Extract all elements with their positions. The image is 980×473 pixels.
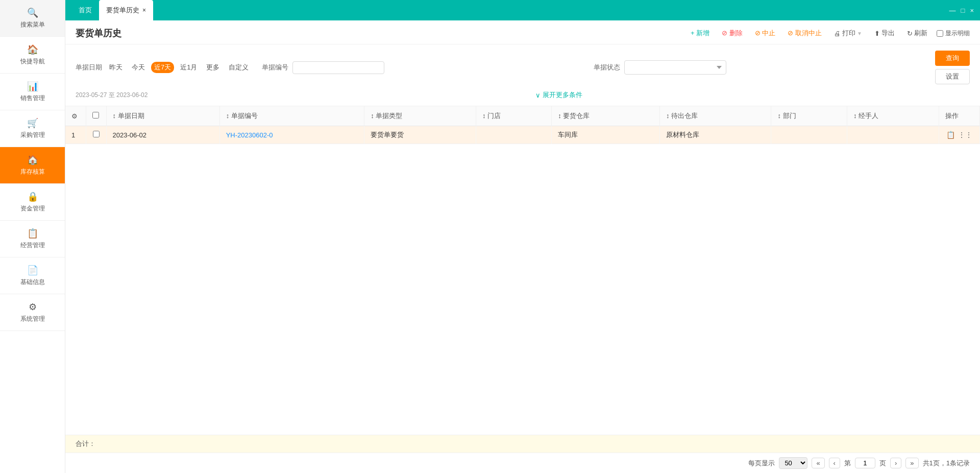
- sidebar-item-search-menu[interactable]: 🔍 搜索菜单: [0, 0, 65, 37]
- cell-checkbox[interactable]: [86, 126, 106, 144]
- shortcut-more[interactable]: 更多: [203, 62, 223, 73]
- filter-actions: 查询 设置: [935, 51, 970, 84]
- page-header: 要货单历史 + 新增 ⊘ 删除 ⊘ 中止 ⊘ 取消中止 🖨 🖨 打印 打印 ▼ …: [65, 20, 980, 44]
- shortcut-today[interactable]: 今天: [129, 62, 148, 73]
- shortcut-7days[interactable]: 近7天: [151, 62, 174, 73]
- sidebar-item-sales-mgmt[interactable]: 📊 销售管理: [0, 74, 65, 110]
- page-number-input[interactable]: [855, 458, 875, 468]
- print-dropdown-icon[interactable]: ▼: [857, 31, 862, 36]
- th-handler[interactable]: ↕ 经手人: [847, 106, 939, 126]
- th-req-warehouse[interactable]: ↕ 要货仓库: [552, 106, 660, 126]
- summary-label: 合计：: [76, 439, 95, 448]
- tab-active[interactable]: 要货单历史 ×: [99, 0, 153, 20]
- page-title: 要货单历史: [76, 27, 121, 39]
- page-prefix-label: 第: [844, 459, 851, 468]
- sidebar-item-ops-mgmt[interactable]: 📋 经营管理: [0, 221, 65, 257]
- page-content: 要货单历史 + 新增 ⊘ 删除 ⊘ 中止 ⊘ 取消中止 🖨 🖨 打印 打印 ▼ …: [65, 20, 980, 473]
- sidebar-item-label: 采购管理: [20, 131, 45, 139]
- table-body: 1 2023-06-02 YH-20230602-0 要货单要货 车间库 原材料…: [65, 126, 980, 144]
- new-button[interactable]: + 新增: [688, 27, 713, 40]
- tab-close-icon[interactable]: ×: [142, 7, 146, 14]
- doc-no-label: 单据编号: [262, 63, 288, 72]
- query-button[interactable]: 查询: [935, 51, 970, 66]
- th-doc-no-label: ↕ 单据编号: [226, 112, 258, 120]
- date-shortcuts: 昨天 今天 近7天 近1月 更多 自定义: [106, 62, 252, 73]
- sidebar-item-purchase-mgmt[interactable]: 🛒 采购管理: [0, 110, 65, 147]
- per-page-select[interactable]: 50 10 20 100: [779, 457, 807, 469]
- sidebar-item-sys-mgmt[interactable]: ⚙ 系统管理: [0, 294, 65, 331]
- table-footer: 合计：: [65, 435, 980, 453]
- table-area: ⚙ ↕ 单据日期 ↕ 单据编号 ↕ 单据类型 ↕ 门店: [65, 106, 980, 435]
- stop-button[interactable]: ⊘ 中止: [752, 27, 779, 40]
- refresh-icon: ↻: [907, 30, 913, 37]
- setting-button[interactable]: 设置: [935, 69, 970, 84]
- th-dept[interactable]: ↕ 部门: [771, 106, 847, 126]
- print-icon: 🖨: [834, 30, 841, 37]
- tab-home[interactable]: 首页: [71, 0, 99, 20]
- inventory-calc-icon: 🏠: [27, 154, 38, 165]
- sidebar-item-inventory-calc[interactable]: 🏠 库存核算: [0, 147, 65, 184]
- delete-button[interactable]: ⊘ 删除: [719, 27, 746, 40]
- sidebar: 🔍 搜索菜单 🏠 快捷导航 📊 销售管理 🛒 采购管理 🏠 库存核算 🔒 资金管…: [0, 0, 65, 473]
- th-doc-type[interactable]: ↕ 单据类型: [364, 106, 476, 126]
- sidebar-item-label: 快捷导航: [20, 57, 45, 66]
- window-maximize-btn[interactable]: □: [961, 7, 965, 14]
- expand-more-btn[interactable]: ∨ 展开更多条件: [535, 88, 582, 102]
- last-page-btn[interactable]: »: [905, 458, 918, 468]
- th-date[interactable]: ↕ 单据日期: [106, 106, 219, 126]
- sidebar-item-base-info[interactable]: 📄 基础信息: [0, 257, 65, 294]
- th-settings[interactable]: ⚙: [65, 106, 86, 126]
- show-detail-checkbox[interactable]: [937, 30, 943, 37]
- purchase-mgmt-icon: 🛒: [27, 117, 38, 129]
- prev-page-btn[interactable]: ‹: [829, 458, 840, 468]
- th-handler-label: ↕ 经手人: [853, 112, 878, 120]
- sidebar-item-quick-nav[interactable]: 🏠 快捷导航: [0, 37, 65, 74]
- next-page-btn[interactable]: ›: [890, 458, 901, 468]
- cancel-stop-button[interactable]: ⊘ 取消中止: [785, 27, 825, 40]
- shortcut-yesterday[interactable]: 昨天: [106, 62, 126, 73]
- cell-num: 1: [65, 126, 86, 144]
- table-header: ⚙ ↕ 单据日期 ↕ 单据编号 ↕ 单据类型 ↕ 门店: [65, 106, 980, 126]
- shortcut-custom[interactable]: 自定义: [226, 62, 252, 73]
- doc-no-input[interactable]: [292, 61, 384, 74]
- row-checkbox[interactable]: [93, 131, 100, 137]
- total-records-label: 共1页，1条记录: [923, 459, 970, 468]
- window-minimize-btn[interactable]: —: [949, 7, 956, 14]
- th-checkbox[interactable]: [86, 106, 106, 126]
- sales-mgmt-icon: 📊: [27, 81, 38, 92]
- th-store[interactable]: ↕ 门店: [476, 106, 551, 126]
- search-menu-icon: 🔍: [27, 7, 38, 18]
- status-select[interactable]: [624, 60, 726, 75]
- refresh-button[interactable]: ↻ 刷新: [904, 27, 930, 40]
- first-page-btn[interactable]: «: [812, 458, 824, 468]
- shortcut-1month[interactable]: 近1月: [177, 62, 200, 73]
- sidebar-item-label: 资金管理: [20, 204, 45, 213]
- cell-handler: [847, 126, 939, 144]
- topbar: 首页 要货单历史 × — □ ×: [65, 0, 980, 20]
- select-all-checkbox[interactable]: [92, 112, 99, 119]
- window-close-btn[interactable]: ×: [970, 7, 974, 14]
- status-filter-group: 单据状态: [594, 60, 726, 75]
- row-edit-icon[interactable]: 📋: [946, 131, 955, 139]
- sidebar-item-label: 基础信息: [20, 278, 45, 287]
- cell-doc-no[interactable]: YH-20230602-0: [219, 126, 364, 144]
- date-filter-label: 单据日期: [76, 63, 102, 72]
- export-button[interactable]: ⬆ 导出: [871, 27, 898, 40]
- th-pending-warehouse[interactable]: ↕ 待出仓库: [659, 106, 771, 126]
- print-button[interactable]: 🖨 🖨 打印 打印 ▼: [831, 27, 865, 40]
- th-doc-no[interactable]: ↕ 单据编号: [219, 106, 364, 126]
- row-more-icon[interactable]: ⋮⋮: [958, 131, 972, 139]
- sidebar-item-label: 销售管理: [20, 94, 45, 103]
- th-operations: 操作: [939, 106, 980, 126]
- sys-mgmt-icon: ⚙: [29, 301, 37, 313]
- sidebar-item-label: 搜索菜单: [20, 20, 45, 29]
- tab-home-label: 首页: [79, 6, 92, 15]
- show-detail-label: 显示明细: [945, 29, 970, 38]
- table-row[interactable]: 1 2023-06-02 YH-20230602-0 要货单要货 车间库 原材料…: [65, 126, 980, 144]
- th-pending-warehouse-label: ↕ 待出仓库: [666, 112, 698, 120]
- quick-nav-icon: 🏠: [27, 44, 38, 55]
- expand-more-label: 展开更多条件: [543, 90, 582, 100]
- doc-no-link[interactable]: YH-20230602-0: [226, 131, 273, 139]
- sidebar-item-finance-mgmt[interactable]: 🔒 资金管理: [0, 184, 65, 221]
- show-detail-checkbox-label[interactable]: 显示明细: [937, 29, 970, 38]
